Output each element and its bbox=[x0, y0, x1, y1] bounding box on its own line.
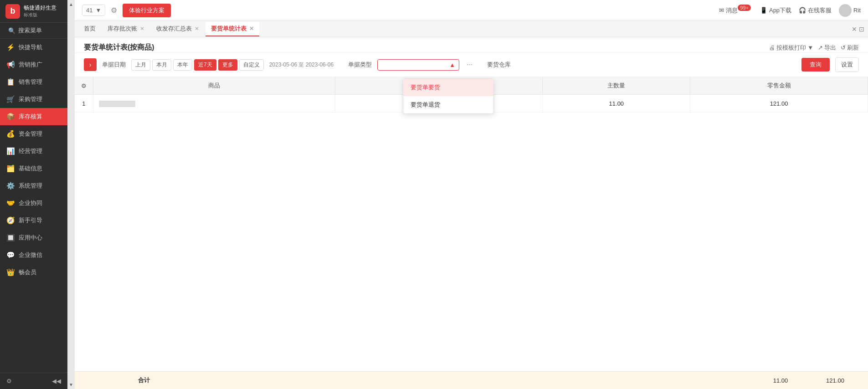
chevron-down-icon: ▼ bbox=[95, 7, 101, 14]
tab-close-receive-summary[interactable]: ✕ bbox=[195, 26, 199, 32]
table-container: ⚙ 商品 主计量单位 主数量 零售金额 1 块 11.00 121.00 bbox=[75, 77, 868, 371]
table-col-settings[interactable]: ⚙ bbox=[75, 77, 93, 95]
sidebar-search[interactable]: 🔍 搜索菜单 bbox=[0, 23, 67, 39]
industry-btn[interactable]: 体验行业方案 bbox=[123, 4, 171, 17]
sidebar-items: ⚡ 快捷导航 📢 营销推广 📋 销售管理 🛒 采购管理 📦 库存核算 💰 资金管… bbox=[0, 39, 67, 373]
user-item[interactable]: Rit bbox=[839, 4, 861, 17]
sidebar-item-marketing[interactable]: 📢 营销推广 bbox=[0, 56, 67, 73]
messages-badge: 99+ bbox=[738, 5, 751, 11]
app-logo: b 畅捷通好生意 标准版 bbox=[0, 0, 67, 23]
query-btn[interactable]: 查询 bbox=[801, 58, 830, 72]
page-header: 要货单统计表(按商品) 🖨 按模板打印 ▼ ↗ 导出 ↺ 刷新 bbox=[75, 37, 868, 53]
sidebar-item-system[interactable]: ⚙️ 系统管理 bbox=[0, 177, 67, 194]
sidebar-item-label: 营销推广 bbox=[19, 61, 42, 69]
quick-nav-icon: ⚡ bbox=[6, 43, 15, 51]
table-footer: 合计 11.00 121.00 bbox=[75, 371, 868, 389]
main-content: 41 ▼ ⚙ 体验行业方案 ✉ 消息 99+ 📱 App下载 🎧 在线客服 R bbox=[75, 0, 868, 389]
sidebar-item-label: 资金管理 bbox=[19, 130, 42, 138]
filter-expand-btn[interactable]: › bbox=[84, 58, 97, 71]
product-placeholder bbox=[99, 101, 135, 107]
sidebar-item-finance[interactable]: 💰 资金管理 bbox=[0, 125, 67, 143]
service-icon: 🎧 bbox=[799, 7, 806, 14]
date-btn-this-year[interactable]: 本年 bbox=[173, 59, 192, 71]
app-download-item[interactable]: 📱 App下载 bbox=[760, 6, 791, 15]
dropdown-item-order[interactable]: 要货单要货 bbox=[403, 79, 493, 96]
filter-more-icon[interactable]: ··· bbox=[467, 61, 473, 69]
table-col-quantity: 主数量 bbox=[543, 77, 690, 95]
type-dropdown: 要货单要货 要货单退货 bbox=[403, 78, 494, 114]
tab-home[interactable]: 首页 bbox=[78, 22, 101, 36]
sidebar-settings-icon[interactable]: ⚙ bbox=[6, 378, 12, 384]
print-action[interactable]: 🖨 按模板打印 ▼ bbox=[769, 44, 813, 52]
sidebar-item-operations[interactable]: 📊 经营管理 bbox=[0, 143, 67, 160]
purchase-icon: 🛒 bbox=[6, 95, 15, 103]
tab-close-order-stats[interactable]: ✕ bbox=[249, 26, 254, 32]
tab-label: 收发存汇总表 bbox=[156, 25, 192, 33]
date-range-text: 2023-05-06 至 2023-06-06 bbox=[269, 61, 334, 69]
messages-item[interactable]: ✉ 消息 99+ bbox=[719, 6, 753, 15]
scroll-up-btn[interactable]: ▲ bbox=[69, 2, 73, 7]
tab-home-label: 首页 bbox=[84, 25, 96, 33]
tab-order-stats[interactable]: 要货单统计表 ✕ bbox=[205, 22, 259, 36]
date-filter-label: 单据日期 bbox=[102, 61, 126, 69]
tab-close-all-btn[interactable]: ✕ bbox=[852, 26, 857, 33]
sidebar-collapse-icon[interactable]: ◀◀ bbox=[52, 378, 61, 384]
settings-icon[interactable]: ⚙ bbox=[111, 6, 117, 15]
marketing-icon: 📢 bbox=[6, 61, 15, 69]
logo-title: 畅捷通好生意 bbox=[24, 5, 56, 12]
export-icon: ↗ bbox=[818, 44, 823, 51]
sidebar-item-quick-nav[interactable]: ⚡ 快捷导航 bbox=[0, 39, 67, 56]
date-btn-this-month[interactable]: 本月 bbox=[152, 59, 171, 71]
system-icon: ⚙️ bbox=[6, 182, 15, 190]
refresh-icon: ↺ bbox=[841, 44, 846, 51]
sidebar: b 畅捷通好生意 标准版 🔍 搜索菜单 ⚡ 快捷导航 📢 营销推广 📋 销售管理… bbox=[0, 0, 67, 389]
sidebar-item-inventory[interactable]: 📦 库存核算 bbox=[0, 108, 67, 125]
sidebar-item-app-center[interactable]: 🔲 应用中心 bbox=[0, 229, 67, 246]
wechat-icon: 💬 bbox=[6, 251, 15, 259]
sidebar-item-enterprise[interactable]: 🤝 企业协同 bbox=[0, 194, 67, 212]
sidebar-item-wechat[interactable]: 💬 企业微信 bbox=[0, 246, 67, 264]
table-col-amount: 零售金额 bbox=[690, 77, 868, 95]
date-btn-last-month[interactable]: 上月 bbox=[131, 59, 150, 71]
tabbar: 首页 库存批次账 ✕ 收发存汇总表 ✕ 要货单统计表 ✕ ✕ ⊡ bbox=[75, 21, 868, 37]
sidebar-item-sales[interactable]: 📋 销售管理 bbox=[0, 73, 67, 91]
scroll-down-btn[interactable]: ▼ bbox=[69, 382, 73, 387]
tab-restore-btn[interactable]: ⊡ bbox=[859, 26, 864, 33]
export-action[interactable]: ↗ 导出 bbox=[818, 44, 836, 52]
dropdown-item-return[interactable]: 要货单退货 bbox=[403, 96, 493, 113]
tab-inventory-batch[interactable]: 库存批次账 ✕ bbox=[102, 22, 150, 36]
sidebar-item-purchase[interactable]: 🛒 采购管理 bbox=[0, 91, 67, 108]
basics-icon: 🗂️ bbox=[6, 164, 15, 173]
filter-bar: › 单据日期 上月 本月 本年 近7天 更多 自定义 2023-05-06 至 … bbox=[75, 53, 868, 77]
operations-icon: 📊 bbox=[6, 147, 15, 155]
sidebar-item-label: 企业微信 bbox=[19, 251, 42, 259]
date-btn-more[interactable]: 更多 bbox=[218, 59, 237, 71]
sidebar-item-guide[interactable]: 🧭 新手引导 bbox=[0, 212, 67, 229]
print-icon: 🖨 bbox=[769, 44, 775, 51]
sidebar-item-label: 销售管理 bbox=[19, 78, 42, 86]
sidebar-item-label: 基础信息 bbox=[19, 164, 42, 173]
tab-close-inventory-batch[interactable]: ✕ bbox=[140, 26, 144, 32]
tab-label: 库存批次账 bbox=[108, 25, 137, 33]
date-btn-7days[interactable]: 近7天 bbox=[194, 59, 216, 71]
type-filter-label: 单据类型 bbox=[348, 61, 372, 69]
settings-btn[interactable]: 设置 bbox=[835, 57, 859, 72]
sidebar-item-member[interactable]: 👑 畅会员 bbox=[0, 264, 67, 281]
tenant-selector[interactable]: 41 ▼ bbox=[82, 5, 105, 16]
topbar: 41 ▼ ⚙ 体验行业方案 ✉ 消息 99+ 📱 App下载 🎧 在线客服 R bbox=[75, 0, 868, 21]
enterprise-icon: 🤝 bbox=[6, 199, 15, 207]
date-btn-custom[interactable]: 自定义 bbox=[239, 59, 264, 71]
sidebar-item-label: 快捷导航 bbox=[19, 43, 42, 51]
search-icon: 🔍 bbox=[8, 27, 15, 34]
type-select-box[interactable]: ▲ bbox=[377, 59, 459, 71]
sidebar-item-basics[interactable]: 🗂️ 基础信息 bbox=[0, 160, 67, 177]
tab-label: 要货单统计表 bbox=[211, 25, 247, 33]
refresh-action[interactable]: ↺ 刷新 bbox=[841, 44, 859, 52]
sidebar-item-label: 采购管理 bbox=[19, 95, 42, 103]
online-service-item[interactable]: 🎧 在线客服 bbox=[799, 6, 832, 15]
tab-receive-summary[interactable]: 收发存汇总表 ✕ bbox=[151, 22, 205, 36]
footer-label: 合计 bbox=[98, 376, 190, 384]
tenant-value: 41 bbox=[86, 7, 92, 14]
footer-amount: 121.00 bbox=[808, 377, 863, 384]
messages-label: 消息 bbox=[726, 6, 738, 15]
